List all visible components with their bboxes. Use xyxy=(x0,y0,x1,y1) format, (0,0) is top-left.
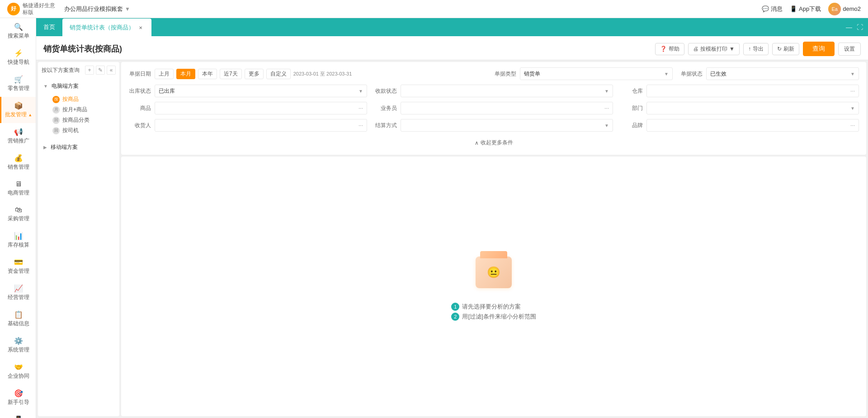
panel-header-label: 按以下方案查询 xyxy=(42,66,80,74)
finance-icon: 💳 xyxy=(3,258,34,266)
filter-group-salesperson: 业务员 ··· xyxy=(374,102,613,114)
scheme-by-category[interactable]: 回 按商品分类 xyxy=(49,115,116,125)
doc-type-control[interactable]: 销货单 ▼ xyxy=(520,67,673,80)
sidebar-item-system[interactable]: ⚙️ 系统管理 xyxy=(0,332,36,358)
sidebar-item-inventory[interactable]: 📊 库存核算 xyxy=(0,227,36,253)
enterprise-icon: 🤝 xyxy=(3,363,34,371)
filter-group-payment-method: 结算方式 ▼ xyxy=(374,119,613,132)
filter-group-payment-status: 收款状态 ▼ xyxy=(374,85,613,97)
sales-tab-label: 销货单统计表（按商品） xyxy=(70,24,134,32)
settings-button[interactable]: 设置 xyxy=(838,43,861,56)
out-status-arrow-icon: ▼ xyxy=(359,89,363,94)
message-icon: 💬 xyxy=(762,5,769,12)
ecommerce-icon: 🖥 xyxy=(3,180,34,188)
panel-header-icons: + ✎ « xyxy=(85,66,116,75)
sidebar-quick-nav[interactable]: ⚡ 快捷导航 xyxy=(0,44,36,71)
window-controls: — ⛶ xyxy=(844,23,868,32)
date-btn-this-year[interactable]: 本年 xyxy=(198,69,217,79)
tree-children: 按 按商品 月 按月+商品 回 按商品分类 回 xyxy=(42,94,116,136)
salesperson-dots[interactable]: ··· xyxy=(604,105,609,111)
maximize-button[interactable]: ⛶ xyxy=(855,23,864,32)
warehouse-label: 仓库 xyxy=(620,87,643,95)
sidebar-search[interactable]: 🔍 搜索菜单 xyxy=(0,18,36,44)
avatar: Ea xyxy=(828,3,841,15)
sidebar-item-operations[interactable]: 📈 经营管理 xyxy=(0,280,36,306)
messages-button[interactable]: 💬 消息 xyxy=(762,5,783,13)
tab-close-icon[interactable]: ✕ xyxy=(137,24,144,31)
brand-dots[interactable]: ··· xyxy=(850,122,855,128)
filter-group-out-status: 出库状态 已出库 ▼ xyxy=(128,85,367,97)
department-control[interactable]: ▼ xyxy=(646,102,859,114)
doc-status-label: 单据状态 xyxy=(680,70,703,78)
tree-mobile-section[interactable]: ▶ 移动端方案 xyxy=(42,139,116,155)
add-scheme-button[interactable]: + xyxy=(85,66,94,75)
tab-bar: 首页 销货单统计表（按商品） ✕ — ⛶ xyxy=(36,18,868,36)
collapse-panel-button[interactable]: « xyxy=(107,66,116,75)
scheme-icon-product: 按 xyxy=(52,96,60,103)
doc-type-arrow-icon: ▼ xyxy=(664,71,669,76)
app-download-button[interactable]: 📱 App下载 xyxy=(790,5,821,13)
sidebar-item-ecommerce[interactable]: 🖥 电商管理 xyxy=(0,176,36,201)
right-panel: 单据日期 上月 本月 本年 近7天 更多 自定义 2023-03-01 至 20… xyxy=(121,62,866,416)
system-icon: ⚙️ xyxy=(3,337,34,345)
sidebar-item-wholesale[interactable]: 📦 批发管理 ▲ xyxy=(0,97,36,123)
receiver-control[interactable]: ··· xyxy=(155,119,367,132)
sidebar-item-basic[interactable]: 📋 基础信息 xyxy=(0,306,36,332)
help-button[interactable]: ❓ 帮助 xyxy=(655,43,684,55)
tab-home[interactable]: 首页 xyxy=(36,18,62,36)
sidebar-item-purchase[interactable]: 🛍 采购管理 xyxy=(0,201,36,227)
query-button[interactable]: 查询 xyxy=(803,42,835,56)
date-btn-this-month[interactable]: 本月 xyxy=(176,69,195,79)
sales-icon: 💰 xyxy=(3,154,34,162)
out-status-control[interactable]: 已出库 ▼ xyxy=(155,85,367,97)
scheme-by-month-product[interactable]: 月 按月+商品 xyxy=(49,104,116,115)
payment-method-arrow-icon: ▼ xyxy=(604,123,609,128)
date-btn-last-month[interactable]: 上月 xyxy=(155,69,174,79)
sidebar-item-marketing[interactable]: 📢 营销推广 xyxy=(0,123,36,149)
tree-mobile-arrow-icon: ▶ xyxy=(43,145,47,150)
user-profile[interactable]: Ea demo2 xyxy=(828,3,861,15)
tree-desktop-section[interactable]: ▼ 电脑端方案 xyxy=(42,78,116,94)
collapse-bar[interactable]: ∧ 收起更多条件 xyxy=(128,136,859,149)
sidebar-item-sales[interactable]: 💰 销售管理 xyxy=(0,149,36,176)
department-arrow-icon: ▼ xyxy=(850,106,855,111)
tab-sales-stats[interactable]: 销货单统计表（按商品） ✕ xyxy=(62,19,151,37)
empty-box: 😐 xyxy=(476,256,512,288)
search-icon: 🔍 xyxy=(3,23,34,31)
filter-group-department: 部门 ▼ xyxy=(620,102,859,114)
salesperson-control[interactable]: ··· xyxy=(401,102,613,114)
logo-area: 好 畅捷通好生意 标版 xyxy=(7,2,55,15)
main-layout: 🔍 搜索菜单 ⚡ 快捷导航 🛒 零售管理 📦 批发管理 ▲ 📢 营销推广 💰 销… xyxy=(0,18,868,418)
payment-method-label: 结算方式 xyxy=(374,122,397,129)
product-dots[interactable]: ··· xyxy=(359,105,363,111)
date-btn-custom[interactable]: 自定义 xyxy=(266,69,291,79)
sidebar-item-enterprise[interactable]: 🤝 企业协同 xyxy=(0,358,36,385)
refresh-button[interactable]: ↻ 刷新 xyxy=(772,43,799,55)
sidebar-item-finance[interactable]: 💳 资金管理 xyxy=(0,253,36,280)
edit-scheme-button[interactable]: ✎ xyxy=(96,66,105,75)
export-button[interactable]: ↑ 导出 xyxy=(743,43,769,55)
receiver-dots[interactable]: ··· xyxy=(359,122,363,128)
content-area: 首页 销货单统计表（按商品） ✕ — ⛶ 销货单统计表(按商品) ❓ 帮助 xyxy=(36,18,868,418)
print-button[interactable]: 🖨 按模板打印 ▼ xyxy=(688,43,740,55)
warehouse-dots[interactable]: ··· xyxy=(850,88,855,94)
scheme-by-product[interactable]: 按 按商品 xyxy=(49,94,116,104)
payment-status-control[interactable]: ▼ xyxy=(401,85,613,97)
breadcrumb-arrow-icon: ▼ xyxy=(125,6,130,12)
product-control[interactable]: ··· xyxy=(155,102,367,114)
filter-group-doc-status: 单据状态 已生效 ▼ xyxy=(680,67,859,80)
minimize-button[interactable]: — xyxy=(844,23,854,32)
date-btn-7days[interactable]: 近7天 xyxy=(220,69,242,79)
sidebar-item-appcenter[interactable]: 📱 应用中心 xyxy=(0,411,36,418)
print-arrow-icon: ▼ xyxy=(729,46,735,52)
sidebar-item-retail[interactable]: 🛒 零售管理 xyxy=(0,71,36,97)
warehouse-control[interactable]: ··· xyxy=(646,85,859,97)
filter-row-2: 出库状态 已出库 ▼ 收款状态 ▼ xyxy=(128,85,859,97)
date-btn-more[interactable]: 更多 xyxy=(245,69,264,79)
scheme-by-driver[interactable]: 回 按司机 xyxy=(49,125,116,136)
sidebar-item-newuser[interactable]: 🎯 新手引导 xyxy=(0,385,36,411)
date-range-display: 2023-03-01 至 2023-03-31 xyxy=(293,71,352,77)
payment-method-control[interactable]: ▼ xyxy=(401,119,613,132)
brand-control[interactable]: ··· xyxy=(646,119,859,132)
doc-status-control[interactable]: 已生效 ▼ xyxy=(706,67,859,80)
